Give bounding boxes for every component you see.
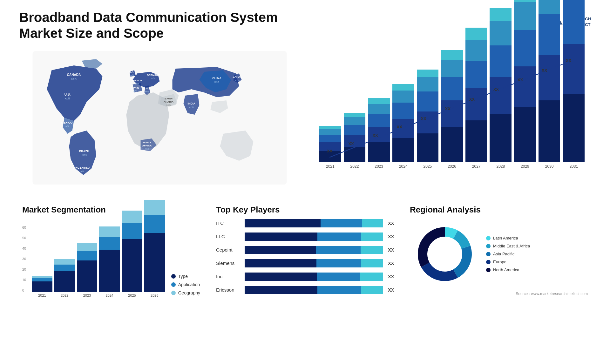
bar-segment xyxy=(368,114,390,127)
regional-title: Regional Analysis xyxy=(410,205,588,215)
seg-bar-segment xyxy=(54,259,75,265)
bar-segment xyxy=(392,91,414,103)
segmentation-title: Market Segmentation xyxy=(22,205,200,215)
bar-chart-bars xyxy=(319,51,585,162)
svg-text:xx%: xx% xyxy=(235,79,240,82)
seg-bar-group xyxy=(32,276,52,292)
seg-bar-segment xyxy=(32,276,52,279)
key-players-section: Top Key Players ITCXXLLCXXCepointXXSieme… xyxy=(213,202,397,305)
player-value: XX xyxy=(388,287,394,293)
seg-y-axis: 60 50 40 30 20 10 0 xyxy=(22,226,27,292)
bar-segment xyxy=(319,151,341,162)
player-name: Ericsson xyxy=(216,287,241,293)
bar-segment xyxy=(344,135,366,147)
bar-segment xyxy=(417,133,439,162)
main-content-grid: CANADA xx% U.S. xx% MEXICO xx% BRAZIL xx… xyxy=(19,48,591,199)
bar-segment xyxy=(441,77,463,100)
seg-year-labels: 202120222023202420252026 xyxy=(32,293,165,297)
bar-segment xyxy=(514,30,536,66)
seg-bar-group xyxy=(144,200,165,292)
bar-segment xyxy=(319,129,341,135)
bar-segment xyxy=(490,114,512,162)
bar-year-label: 2031 xyxy=(563,164,585,169)
bar-segment xyxy=(368,142,390,162)
bar-group xyxy=(490,8,512,162)
bar-year-label: 2029 xyxy=(514,164,536,169)
bar-year-label: 2021 xyxy=(319,164,341,169)
seg-bar-group xyxy=(77,243,98,292)
svg-text:xx%: xx% xyxy=(79,170,84,173)
bottom-grid: Market Segmentation 60 50 40 30 20 10 0 xyxy=(19,202,591,305)
bar-segment xyxy=(465,40,487,61)
player-row: SiemensXX xyxy=(216,259,394,267)
donut-segment xyxy=(421,262,458,281)
bar-segment xyxy=(514,0,536,2)
bar-segment xyxy=(563,44,585,94)
player-value: XX xyxy=(388,274,394,279)
player-name: Siemens xyxy=(216,260,241,266)
player-name: Cepoint xyxy=(216,247,241,253)
key-players-title: Top Key Players xyxy=(216,205,394,215)
bar-segment xyxy=(319,126,341,129)
svg-text:xx%: xx% xyxy=(189,106,194,109)
bar-group xyxy=(392,84,414,162)
application-legend-dot xyxy=(171,282,176,287)
segmentation-section: Market Segmentation 60 50 40 30 20 10 0 xyxy=(19,202,203,305)
player-bar-segment xyxy=(361,246,383,254)
bar-segment xyxy=(465,120,487,162)
seg-bar-group xyxy=(122,211,142,292)
bar-segment xyxy=(490,21,512,45)
bar-segment xyxy=(392,119,414,138)
bar-segment xyxy=(441,127,463,162)
svg-text:SAUDI: SAUDI xyxy=(165,97,173,100)
player-bar-segment xyxy=(317,286,361,294)
bar-segment xyxy=(490,8,512,21)
bar-year-label: 2030 xyxy=(539,164,560,169)
svg-text:xx%: xx% xyxy=(151,77,155,79)
player-value: XX xyxy=(388,247,394,253)
seg-year-label: 2021 xyxy=(32,293,52,297)
svg-text:MEXICO: MEXICO xyxy=(61,121,73,124)
regional-legend-dot xyxy=(486,244,491,248)
svg-text:ITALY: ITALY xyxy=(144,87,151,90)
player-bar-segment xyxy=(245,273,317,281)
world-map-section: CANADA xx% U.S. xx% MEXICO xx% BRAZIL xx… xyxy=(19,48,300,189)
player-row: IncXX xyxy=(216,273,394,281)
player-bar-segment xyxy=(245,259,316,267)
regional-legend-item: Asia Pacific xyxy=(486,252,530,256)
bar-group xyxy=(344,113,366,162)
seg-legend-geography: Geography xyxy=(171,290,200,295)
seg-chart-wrapper: 60 50 40 30 20 10 0 20212022202320242025… xyxy=(22,219,200,302)
bar-segment xyxy=(563,0,585,44)
player-bar-segment xyxy=(316,259,361,267)
seg-bar-segment xyxy=(99,250,120,292)
regional-legend-label: Asia Pacific xyxy=(493,252,514,256)
bar-segment xyxy=(392,103,414,119)
svg-text:U.S.: U.S. xyxy=(64,93,71,96)
seg-bars-area: 60 50 40 30 20 10 0 20212022202320242025… xyxy=(22,226,165,302)
svg-text:xx%: xx% xyxy=(135,83,139,85)
donut-segment xyxy=(418,227,445,267)
seg-legend-application: Application xyxy=(171,282,200,287)
bar-segment xyxy=(539,14,560,55)
bar-group xyxy=(539,0,560,162)
bar-segment xyxy=(319,142,341,151)
seg-bar-segment xyxy=(54,271,75,292)
seg-year-label: 2022 xyxy=(54,293,75,297)
player-bar-segment xyxy=(321,219,362,227)
bar-group xyxy=(441,50,463,162)
bar-segment xyxy=(417,91,439,111)
bar-segment xyxy=(514,66,536,107)
regional-legend-dot xyxy=(486,236,491,240)
bar-segment xyxy=(465,28,487,40)
bar-segment xyxy=(344,113,366,117)
bar-segment xyxy=(368,127,390,143)
player-bar-segment xyxy=(245,233,317,241)
bar-segment xyxy=(539,100,560,162)
player-bar-segment xyxy=(361,286,383,294)
seg-legend-type: Type xyxy=(171,274,200,279)
seg-bar-segment xyxy=(122,211,142,223)
bar-year-labels: 2021202220232024202520262027202820292030… xyxy=(319,164,585,169)
player-bar-segment xyxy=(245,246,316,254)
player-bar-container xyxy=(245,259,383,267)
